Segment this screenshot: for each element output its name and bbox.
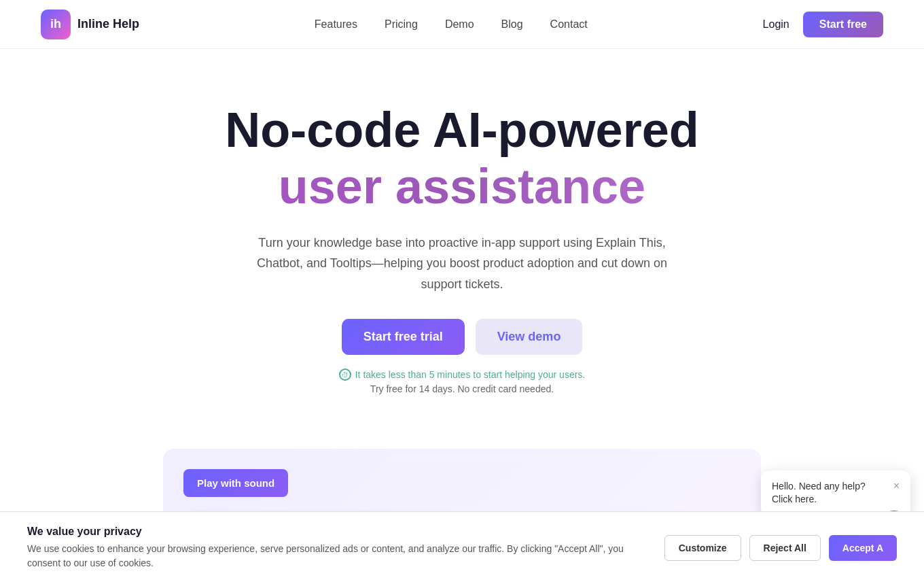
nav-right: Login Start free	[763, 12, 883, 37]
hero-subtitle: Turn your knowledge base into proactive …	[238, 233, 686, 295]
logo-icon: ih	[41, 10, 71, 39]
hero-note-sub: Try free for 14 days. No credit card nee…	[27, 383, 897, 394]
login-button[interactable]: Login	[763, 18, 789, 31]
clock-icon: ⏱	[339, 368, 351, 381]
chat-message: Hello. Need any help? Click here.	[772, 480, 887, 506]
customize-button[interactable]: Customize	[664, 535, 741, 561]
nav-pricing[interactable]: Pricing	[385, 18, 418, 31]
hero-section: No-code AI-powered user assistance Turn …	[0, 49, 924, 428]
nav-contact[interactable]: Contact	[550, 18, 588, 31]
logo-link[interactable]: ih Inline Help	[41, 10, 139, 39]
accept-all-button[interactable]: Accept A	[829, 535, 897, 561]
cookie-title: We value your privacy	[27, 526, 651, 538]
navbar: ih Inline Help Features Pricing Demo Blo…	[0, 0, 924, 49]
cookie-body: We use cookies to enhance your browsing …	[27, 542, 651, 570]
chat-widget: Hello. Need any help? Click here. ×	[761, 470, 910, 516]
hero-note: ⏱ It takes less than 5 minutes to start …	[27, 368, 897, 394]
cookie-text-section: We value your privacy We use cookies to …	[27, 526, 651, 570]
nav-demo[interactable]: Demo	[445, 18, 474, 31]
start-trial-button[interactable]: Start free trial	[342, 319, 465, 355]
hero-title-line2: user assistance	[27, 157, 897, 216]
hero-buttons: Start free trial View demo	[27, 319, 897, 355]
cookie-buttons: Customize Reject All Accept A	[664, 535, 897, 561]
start-free-nav-button[interactable]: Start free	[803, 12, 883, 37]
hero-title-line1: No-code AI-powered	[27, 103, 897, 157]
nav-links: Features Pricing Demo Blog Contact	[315, 18, 588, 31]
play-with-sound-button[interactable]: Play with sound	[183, 469, 288, 497]
logo-text: Inline Help	[77, 17, 139, 31]
view-demo-button[interactable]: View demo	[476, 319, 583, 355]
reject-all-button[interactable]: Reject All	[749, 535, 821, 561]
nav-blog[interactable]: Blog	[501, 18, 523, 31]
cookie-banner: We value your privacy We use cookies to …	[0, 511, 924, 584]
hero-note-time: ⏱ It takes less than 5 minutes to start …	[27, 368, 897, 381]
chat-close-button[interactable]: ×	[893, 480, 900, 492]
nav-features[interactable]: Features	[315, 18, 357, 31]
